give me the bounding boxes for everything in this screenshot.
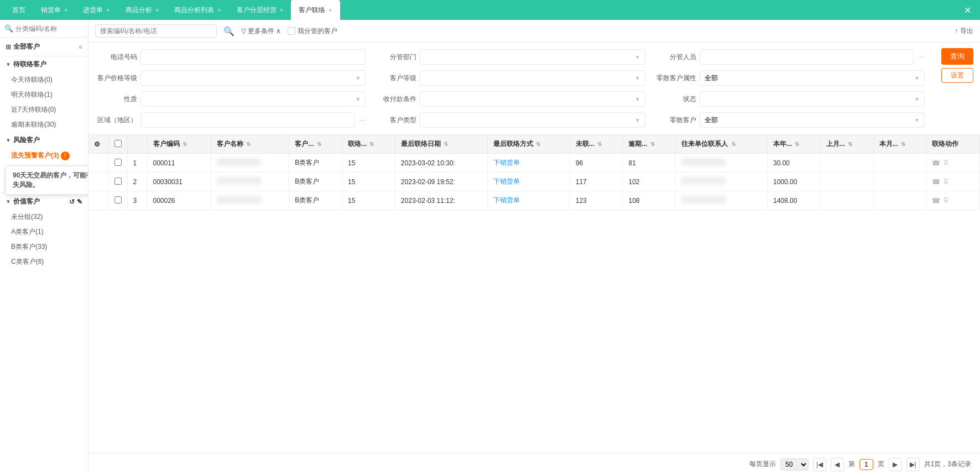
sidebar-item-churn-pred[interactable]: 流失预警客户(3) ! 90天无交易的客户，可能有流失风险。 — [0, 148, 88, 163]
col-no-contact[interactable]: 未联... ⇅ — [570, 135, 623, 154]
tab-sales[interactable]: 销货单 × — [33, 0, 75, 20]
col-code[interactable]: 客户编码 ⇅ — [147, 135, 211, 154]
sidebar-all-customers[interactable]: ⊞ 全部客户 « — [0, 38, 88, 56]
sidebar-item-today[interactable]: 今天待联络(0) — [0, 72, 88, 87]
row-type: B类客户 — [289, 154, 342, 173]
prev-page-btn[interactable]: ◀ — [831, 458, 844, 471]
tab-product-analysis[interactable]: 商品分析 × — [118, 0, 166, 20]
sidebar-item-a-class[interactable]: A类客户(1) — [0, 225, 88, 239]
col-name[interactable]: 客户名称 ⇅ — [211, 135, 289, 154]
row-last-contact-method[interactable]: 下销货单 — [487, 191, 570, 210]
tab-customer-tier-close[interactable]: × — [280, 7, 283, 13]
col-last-month[interactable]: 上月... ⇅ — [820, 135, 873, 154]
tab-product-analysis-close[interactable]: × — [155, 7, 159, 13]
tab-sales-close[interactable]: × — [64, 7, 67, 13]
col-company-contact[interactable]: 往来单位联系人 ⇅ — [676, 135, 768, 154]
first-page-btn[interactable]: |◀ — [813, 458, 826, 471]
customer-type-select[interactable]: ▼ — [420, 112, 645, 128]
sidebar-item-week[interactable]: 近7天待联络(0) — [0, 102, 88, 117]
col-index — [127, 135, 147, 154]
col-type[interactable]: 客户... ⇅ — [289, 135, 342, 154]
settings-icon[interactable]: ⚙ — [94, 140, 100, 148]
next-page-btn[interactable]: ▶ — [889, 458, 902, 471]
tab-product-analysis-list-close[interactable]: × — [217, 7, 221, 13]
row-contact: 15 — [342, 191, 395, 210]
value-group-edit-icons: ↺ ✎ — [69, 198, 82, 206]
tab-purchase[interactable]: 进货单 × — [75, 0, 117, 20]
sidebar-search-input[interactable] — [15, 25, 84, 33]
per-page-select[interactable]: 50 100 — [780, 458, 809, 471]
sidebar-item-c-class[interactable]: C类客户(6) — [0, 254, 88, 269]
settings-button[interactable]: 设置 — [941, 68, 973, 83]
contact-icon[interactable]: ☎ — [932, 178, 940, 186]
my-customers-toggle[interactable]: 我分管的客户 — [288, 27, 337, 36]
select-all-checkbox[interactable] — [114, 140, 122, 147]
payment-arrow: ▼ — [635, 96, 640, 102]
more-actions-icon[interactable]: ⠿ — [943, 178, 948, 186]
contact-icon[interactable]: ☎ — [932, 159, 940, 167]
search-btn[interactable]: 🔍 — [223, 26, 234, 36]
nature-select[interactable]: ▼ — [140, 91, 366, 107]
price-level-select[interactable]: ▼ — [140, 70, 366, 86]
row-last-contact-method[interactable]: 下销货单 — [487, 173, 570, 191]
filter-customer-type: 客户类型 ▼ — [377, 112, 645, 128]
dept-select[interactable]: ▼ — [420, 49, 645, 65]
edit-icon[interactable]: ✎ — [77, 198, 82, 206]
phone-label: 电话号码 — [97, 53, 137, 62]
col-this-month[interactable]: 本月... ⇅ — [873, 135, 926, 154]
col-checkbox[interactable] — [108, 135, 127, 154]
tab-customer-tier[interactable]: 客户分层经营 × — [229, 0, 291, 20]
status-select[interactable]: ▼ — [700, 91, 925, 107]
more-conditions-btn[interactable]: ▽ 更多条件 ∧ — [241, 27, 281, 36]
row-last-contact-method[interactable]: 下销货单 — [487, 154, 570, 173]
sidebar-item-overdue[interactable]: 逾期未联络(30) — [0, 117, 88, 132]
col-overdue[interactable]: 逾期... ⇅ — [623, 135, 676, 154]
export-btn[interactable]: ↑ 导出 — [955, 27, 973, 36]
query-button[interactable]: 查询 — [941, 48, 973, 65]
row-this-year: 1000.00 — [768, 173, 821, 191]
retail-attr-select[interactable]: 全部 ▼ — [700, 70, 925, 86]
row-checkbox[interactable] — [108, 154, 127, 173]
col-this-year[interactable]: 本年... ⇅ — [768, 135, 821, 154]
manager-dots[interactable]: ··· — [919, 53, 925, 61]
row-checkbox[interactable] — [108, 191, 127, 210]
more-actions-icon[interactable]: ⠿ — [943, 159, 948, 167]
phone-input[interactable] — [140, 49, 366, 65]
price-level-arrow: ▼ — [355, 75, 361, 81]
manager-input[interactable] — [700, 49, 914, 65]
retail-customer-select[interactable]: 全部 ▼ — [700, 112, 925, 128]
customer-level-select[interactable]: ▼ — [420, 70, 645, 86]
region-dots[interactable]: ··· — [360, 116, 366, 124]
col-settings[interactable]: ⚙ — [88, 135, 108, 154]
sidebar-item-ungrouped[interactable]: 未分组(32) — [0, 210, 88, 225]
sidebar-group-churn[interactable]: ▼ 风险客户 — [0, 132, 88, 148]
table-row: 1 000011 B类客户 15 2023-03-02 10:30: 下销货单 … — [88, 154, 980, 173]
tab-purchase-close[interactable]: × — [106, 7, 110, 13]
region-input[interactable] — [140, 112, 355, 128]
sidebar-group-value[interactable]: ▼ 价值客户 ↺ ✎ — [0, 193, 88, 210]
row-checkbox[interactable] — [108, 173, 127, 191]
col-last-contact-method[interactable]: 最后联络方式 ⇅ — [487, 135, 570, 154]
last-page-btn[interactable]: ▶| — [906, 458, 920, 471]
tab-product-analysis-list[interactable]: 商品分析列表 × — [166, 0, 228, 20]
close-all-tabs[interactable]: ✕ — [960, 5, 976, 15]
col-contact[interactable]: 联络... ⇅ — [342, 135, 395, 154]
row-type: B类客户 — [289, 173, 342, 191]
tab-customer-contact-close[interactable]: × — [329, 7, 332, 13]
phone-field[interactable] — [145, 53, 361, 61]
tab-customer-contact[interactable]: 客户联络 × — [291, 0, 340, 20]
sidebar-item-b-class[interactable]: B类客户(33) — [0, 239, 88, 254]
refresh-icon[interactable]: ↺ — [69, 198, 75, 206]
col-last-contact-date[interactable]: 最后联络日期 ⇅ — [395, 135, 487, 154]
table-header-row: ⚙ 客户编码 ⇅ 客户名称 ⇅ 客户... ⇅ 联络... ⇅ 最后联络日期 ⇅… — [88, 135, 980, 154]
tab-purchase-label: 进货单 — [83, 6, 103, 15]
status-arrow: ▼ — [914, 96, 920, 102]
payment-select[interactable]: ▼ — [420, 91, 645, 107]
tab-home[interactable]: 首页 — [4, 0, 33, 20]
collapse-icon[interactable]: « — [79, 43, 82, 51]
sidebar-group-pending[interactable]: ▼ 待联络客户 — [0, 56, 88, 72]
contact-icon[interactable]: ☎ — [932, 197, 940, 205]
sidebar-item-tomorrow[interactable]: 明天待联络(1) — [0, 87, 88, 102]
search-input[interactable] — [95, 24, 217, 38]
more-actions-icon[interactable]: ⠿ — [943, 197, 948, 205]
